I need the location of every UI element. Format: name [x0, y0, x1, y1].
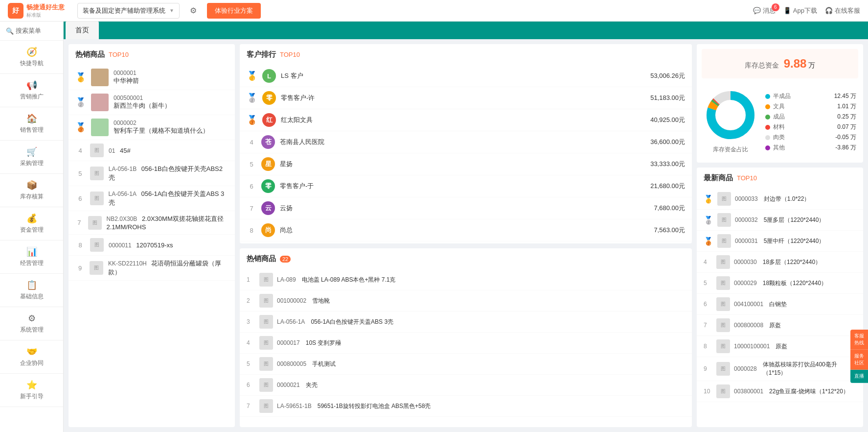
- main-layout: 🔍 搜索菜单 🧭 快捷导航 📢 营销推广 🏠 销售管理 🛒 采购管理 📦 库存核…: [0, 22, 868, 432]
- rank-number: 6: [247, 183, 256, 190]
- logo: 好 畅捷通好生意 标准版: [8, 3, 71, 19]
- message-icon: 💬: [753, 7, 761, 14]
- rank-number: 4: [75, 147, 85, 154]
- service-community-button[interactable]: 服务社区: [850, 350, 868, 370]
- bronze-medal-icon: 🥉: [247, 115, 257, 125]
- online-service-button[interactable]: 🎧 在线客服: [825, 6, 860, 15]
- system-selector[interactable]: 装备及固定资产辅助管理系统 ▼: [77, 3, 180, 19]
- rank-item: 5 星 星扬 33,333.00元: [240, 153, 692, 175]
- content-area: 首页 热销商品 TOP10 🥇: [64, 22, 868, 432]
- product-thumbnail: 图: [259, 336, 273, 350]
- gold-medal-icon: 🥇: [247, 71, 257, 81]
- sidebar-item-quick-nav[interactable]: 🧭 快捷导航: [0, 41, 63, 74]
- rank-item: 🥈 零 零售客户-许 51,183.00元: [240, 87, 692, 109]
- hot-middle-item: 5 图 000800005 手机测试: [240, 354, 692, 375]
- sidebar-item-finance[interactable]: 💰 资金管理: [0, 207, 63, 240]
- new-products-title: 最新商品: [704, 173, 733, 183]
- legend-item: 成品 0.25 万: [765, 113, 856, 121]
- new-product-item: 8 图 10000100001 原盔: [697, 336, 863, 357]
- tab-home[interactable]: 首页: [66, 22, 99, 39]
- float-service: 客服热线 服务社区 直播: [850, 330, 868, 383]
- product-thumbnail: 图: [716, 297, 730, 311]
- clipboard-icon: 📋: [26, 280, 37, 290]
- product-info: LA-056-1B 056-1B白色按键开关壳ABS2壳: [109, 165, 228, 182]
- rank-number: 2: [247, 297, 255, 304]
- hot-product-item: 6 图 LA-056-1A 056-1A白色按键开关盖ABS 3壳: [69, 186, 235, 211]
- rank-number: 9: [75, 264, 85, 272]
- new-product-item: 🥈 图 0000032 5厘多层（1220*2440）: [697, 210, 863, 231]
- bronze-medal-icon: 🥉: [75, 122, 86, 133]
- message-button[interactable]: 💬 消息 6: [753, 6, 776, 15]
- logo-text: 畅捷通好生意 标准版: [26, 3, 65, 19]
- hot-products-middle-list: 1 图 LA-089 电池盖 LA-089 ABS本色+黑种 7.1克 2 图 …: [240, 267, 692, 419]
- sidebar-item-cooperation[interactable]: 🤝 企业协同: [0, 340, 63, 374]
- product-thumbnail: 图: [259, 357, 273, 371]
- hot-middle-item: 6 图 0000021 夹壳: [240, 375, 692, 396]
- rank-number: 8: [247, 227, 256, 234]
- product-thumbnail: 图: [716, 362, 730, 376]
- sidebar-item-system[interactable]: ⚙ 系统管理: [0, 307, 63, 340]
- hot-product-item: 5 图 LA-056-1B 056-1B白色按键开关壳ABS2壳: [69, 161, 235, 186]
- customer-avatar: 红: [262, 113, 276, 127]
- search-menu-button[interactable]: 🔍 搜索菜单: [0, 22, 63, 41]
- legend-item: 材料 0.07 万: [765, 123, 856, 131]
- rank-item: 🥇 L LS 客户 53,006.26元: [240, 65, 692, 87]
- product-thumbnail: 图: [716, 255, 730, 269]
- rank-item: 6 零 零售客户-于 21,680.00元: [240, 175, 692, 197]
- sidebar-item-basic-info[interactable]: 📋 基础信息: [0, 274, 63, 307]
- product-thumbnail: 图: [90, 144, 104, 157]
- product-thumbnail: [91, 69, 109, 86]
- hot-middle-item: 2 图 001000002 雪地靴: [240, 290, 692, 312]
- new-products-card: 最新商品 TOP10 🥇 图 0000033 封边带（1.0*22） 🥈 图: [697, 168, 863, 427]
- product-thumbnail: 图: [90, 192, 104, 205]
- customer-avatar: 星: [261, 157, 275, 171]
- money-icon: 💰: [26, 213, 37, 224]
- product-thumbnail: 图: [259, 315, 273, 329]
- sidebar-item-purchase[interactable]: 🛒 采购管理: [0, 141, 63, 174]
- hot-products-middle-header: 热销商品 22: [240, 248, 692, 267]
- app-download-button[interactable]: 📱 App下载: [783, 6, 817, 15]
- topbar-right: 💬 消息 6 📱 App下载 🎧 在线客服: [753, 6, 860, 15]
- customer-hotline-button[interactable]: 客服热线: [850, 330, 868, 350]
- star-icon: ⭐: [26, 380, 37, 390]
- settings-button[interactable]: ⚙: [185, 3, 201, 19]
- hot-product-item: 🥇 0000001 中华神箭: [69, 65, 235, 90]
- new-product-item: 9 图 0000028 体驰荔枝味苏打饮品400毫升（1*15）: [697, 357, 863, 381]
- page-content: 热销商品 TOP10 🥇 0000001 中华神箭: [64, 39, 868, 432]
- legend-color-dot: [765, 145, 770, 150]
- product-info: LA-056-1A 056-1A白色按键开关盖ABS 3壳: [109, 190, 228, 207]
- sidebar-item-inventory[interactable]: 📦 库存核算: [0, 174, 63, 207]
- new-product-item: 10 图 003800001 22g鱼豆腐-烧烤味（1*12*20）: [697, 381, 863, 402]
- gear-sidebar-icon: ⚙: [28, 313, 36, 324]
- chevron-down-icon: ▼: [169, 8, 174, 13]
- hot-products-title: 热销商品: [75, 50, 105, 59]
- product-info: 0000001 中华神箭: [114, 70, 139, 85]
- rank-item: 🥉 红 红太阳文具 40,925.00元: [240, 109, 692, 131]
- trial-button[interactable]: 体验行业方案: [207, 3, 261, 19]
- rank-number: 6: [247, 382, 255, 388]
- mobile-icon: 📱: [783, 7, 791, 14]
- topbar: 好 畅捷通好生意 标准版 装备及固定资产辅助管理系统 ▼ ⚙ 体验行业方案 💬 …: [0, 0, 868, 22]
- right-panel: 库存总资金 9.88 万: [697, 44, 863, 427]
- search-icon: 🔍: [6, 27, 14, 35]
- product-info: KK-SD22110H 花语萌恒温分蘸罐袋（厚款）: [108, 259, 228, 277]
- customer-ranking-title: 客户排行: [247, 50, 276, 59]
- sidebar-item-guide[interactable]: ⭐ 新手引导: [0, 374, 63, 407]
- legend-item: 半成品 12.45 万: [765, 92, 856, 100]
- sidebar-item-operations[interactable]: 📊 经营管理: [0, 240, 63, 274]
- rank-number: 10: [704, 388, 712, 395]
- product-thumbnail: [91, 94, 109, 111]
- hot-products-count-badge: 22: [280, 256, 291, 263]
- sidebar: 🔍 搜索菜单 🧭 快捷导航 📢 营销推广 🏠 销售管理 🛒 采购管理 📦 库存核…: [0, 22, 64, 432]
- new-product-item: 5 图 0000029 18颗粒板（1220*2440）: [697, 273, 863, 294]
- rank-number: 7: [704, 322, 712, 329]
- house-icon: 🏠: [26, 113, 37, 124]
- new-product-item: 🥉 图 0000031 5厘中纤（1220*2440）: [697, 231, 863, 252]
- product-thumbnail: 图: [259, 378, 273, 392]
- hot-products-list: 🥇 0000001 中华神箭 🥈 00050: [69, 63, 235, 283]
- sidebar-item-sales[interactable]: 🏠 销售管理: [0, 107, 63, 141]
- stock-legend: 半成品 12.45 万 文具 1.01 万 成品 0: [765, 92, 856, 154]
- live-stream-button[interactable]: 直播: [850, 370, 868, 383]
- product-thumbnail: 图: [259, 294, 273, 308]
- sidebar-item-marketing[interactable]: 📢 营销推广: [0, 74, 63, 107]
